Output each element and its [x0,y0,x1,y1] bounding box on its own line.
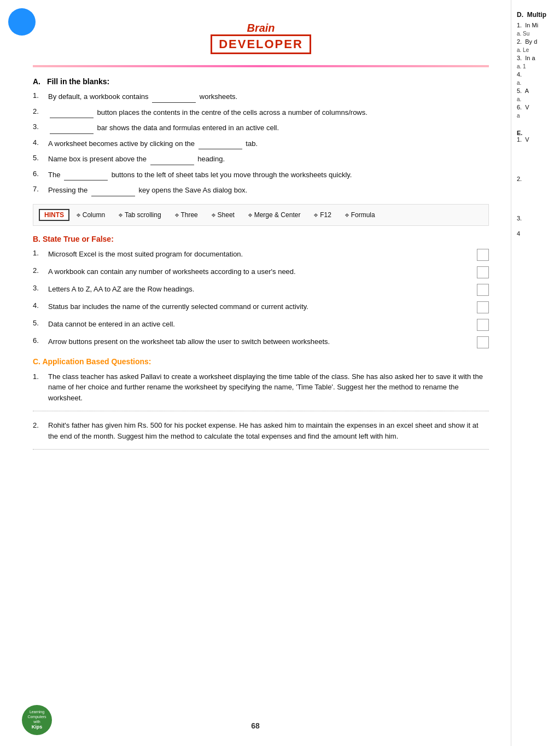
right-d-q1: 1. In Mi [517,22,555,28]
tf-checkbox-2 [477,266,489,278]
right-d-q4a: a. [517,80,555,86]
page-container: Brain DEVELOPER A. Fill in the blanks: 1… [0,0,560,746]
hint-tab-scrolling: Tab scrolling [118,211,161,219]
blank-2 [50,107,94,119]
fill-blank-q3: 3. bar shows the data and formulas enter… [33,123,489,134]
blank-5 [150,154,194,165]
blank-1 [152,91,196,103]
section-b-header: B. State True or False: [33,235,489,243]
right-d-q2a: a. Le [517,47,555,53]
blue-circle-decoration [8,8,36,36]
fill-blank-q1: 1. By default, a workbook contains works… [33,91,489,103]
main-page: Brain DEVELOPER A. Fill in the blanks: 1… [0,0,511,746]
hint-merge-center: Merge & Center [248,211,300,219]
footer-logo: Learning Computers with Kips [22,705,52,735]
page-number: 68 [251,721,260,730]
right-d-q3: 3. In a [517,55,555,61]
fill-blank-q7: 7. Pressing the key opens the Save As di… [33,185,489,196]
tf-q1: 1. Microsoft Excel is the most suited pr… [33,249,489,261]
right-d-q3a: a. 1 [517,63,555,69]
right-d-q6: 6. V [517,104,555,110]
tf-q5: 5. Data cannot be entered in an active c… [33,319,489,331]
fill-blank-q4: 4. A worksheet becomes active by clickin… [33,138,489,150]
brain-title: Brain [33,22,489,34]
right-d-q1a: a. Su [517,31,555,37]
tf-q3: 3. Letters A to Z, AA to AZ are the Row … [33,284,489,296]
developer-title: DEVELOPER [211,34,311,54]
tf-checkbox-5 [477,319,489,331]
tf-q2: 2. A workbook can contain any number of … [33,266,489,278]
app-q2: 2. Rohit's father has given him Rs. 500 … [33,420,489,441]
right-d-q6a: a [517,113,555,119]
tf-checkbox-1 [477,249,489,261]
hint-sheet: Sheet [211,211,235,219]
section-a: A. Fill in the blanks: 1. By default, a … [33,77,489,196]
blank-7 [91,185,135,196]
right-d-q4: 4. [517,71,555,78]
hint-three: Three [174,211,198,219]
fill-blank-q6: 6. The buttons to the left of sheet tabs… [33,170,489,181]
fill-blank-q5: 5. Name box is present above the heading… [33,154,489,165]
decorative-line [33,65,489,67]
section-c-header: C. Application Based Questions: [33,357,489,366]
tf-q4: 4. Status bar includes the name of the c… [33,301,489,313]
hint-f12: F12 [313,211,331,219]
footer-logo-text: Learning Computers with Kips [25,709,49,731]
right-page-content: D. Multip 1. In Mi a. Su 2. By d a. Le 3… [517,11,555,237]
blank-3 [50,123,94,134]
blank-6 [64,170,108,181]
page-number-container: 68 [251,721,260,731]
right-section-e-label: E. [517,130,555,136]
brain-developer-title: Brain DEVELOPER [33,22,489,54]
dotted-separator-1 [33,411,489,411]
section-b: B. State True or False: 1. Microsoft Exc… [33,235,489,348]
tf-checkbox-6 [477,336,489,348]
tf-checkbox-4 [477,301,489,313]
hint-column: Column [76,211,105,219]
right-section-num3: 3. 4 [517,215,555,237]
section-c: C. Application Based Questions: 1. The c… [33,357,489,450]
right-section-d: D. Multip [517,11,555,19]
section-a-header: A. Fill in the blanks: [33,77,489,86]
right-section-num2: 2. [517,176,555,182]
section-c-title: Application Based Questions: [42,357,151,366]
fill-blanks-list: 1. By default, a workbook contains works… [33,91,489,196]
fill-blank-q2: 2. button places the contents in the cen… [33,107,489,119]
right-d-q5: 5. A [517,88,555,94]
right-d-q5a: a. [517,96,555,102]
section-c-letter: C. [33,357,40,366]
true-false-list: 1. Microsoft Excel is the most suited pr… [33,249,489,348]
right-d-q2: 2. By d [517,38,555,45]
section-b-title: State True or False: [43,235,114,243]
tf-checkbox-3 [477,284,489,296]
hints-label: HINTS [39,209,69,221]
footer: Learning Computers with Kips [22,705,52,735]
section-b-letter: B. [33,235,40,243]
hints-row: HINTS Column Tab scrolling Three Sheet M… [33,204,489,226]
tf-q6: 6. Arrow buttons present on the workshee… [33,336,489,348]
app-q1: 1. The class teacher has asked Pallavi t… [33,371,489,404]
dotted-separator-2 [33,449,489,450]
blank-4 [199,138,242,150]
right-page: D. Multip 1. In Mi a. Su 2. By d a. Le 3… [511,0,560,746]
right-e-q1: 1. V [517,136,555,143]
hint-formula: Formula [345,211,375,219]
